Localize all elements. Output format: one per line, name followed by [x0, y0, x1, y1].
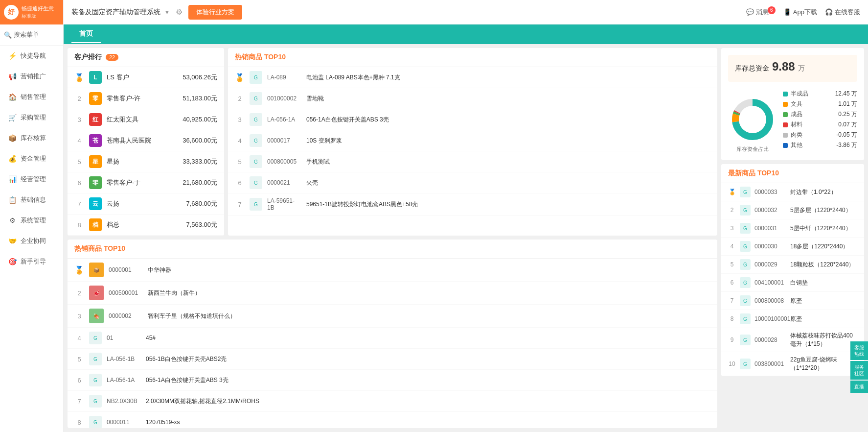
dropdown-arrow-icon[interactable]: ▼ — [164, 9, 170, 15]
sidebar-item-sales[interactable]: 🏠 销售管理 — [0, 87, 63, 107]
newest-img-1: G — [740, 187, 751, 197]
hot-left-item-1: 🏅 📦 0000001 中华神器 — [68, 259, 717, 282]
newest-img-6: G — [740, 277, 751, 288]
sidebar-item-finance[interactable]: 💰 资金管理 — [0, 148, 63, 169]
hot-right-item-3: 3 G LA-056-1A 056-1A白色按键开关盖ABS 3壳 — [228, 109, 717, 130]
legend-item-3: 材料 0.07 万 — [783, 120, 857, 129]
float-buttons: 客服热线 服务社区 直播 — [850, 341, 868, 393]
newest-item-2: 2 G 0000032 5层多层（1220*2440） — [721, 201, 864, 219]
newest-item-1: 🏅 G 0000033 封边带（1.0*22） — [721, 183, 864, 201]
main-content: 客户排行 22 🏅 L LS 客户 53,006.26元 2 零 — [64, 44, 721, 432]
rank-item-5: 5 星 星扬 33,333.00元 — [68, 151, 224, 172]
customer-ranking-header: 客户排行 22 — [68, 48, 224, 67]
sidebar-item-system[interactable]: ⚙ 系统管理 — [0, 210, 63, 231]
hot-products-right-header: 热销商品 TOP10 — [228, 48, 717, 67]
hot-left-item-5: 5 G LA-056-1B 056-1B白色按键开关壳ABS2壳 — [68, 349, 717, 370]
sidebar-item-quicknav[interactable]: ⚡ 快捷导航 — [0, 46, 63, 66]
content: 客户排行 22 🏅 L LS 客户 53,006.26元 2 零 — [64, 44, 868, 432]
topbar-right: 💬 消息 6 📱 App下载 🎧 在线客服 — [746, 8, 860, 17]
sidebar-search[interactable]: 🔍 搜索菜单 — [0, 24, 63, 46]
purchase-icon: 🛒 — [8, 113, 17, 122]
hot-products-right-title: 热销商品 TOP10 — [235, 53, 286, 62]
newest-item-10: 10 G 003800001 22g鱼豆腐-烧烤味（1*12*20） — [721, 352, 864, 376]
medal-1-icon: 🏅 — [74, 73, 84, 82]
sidebar-item-operations[interactable]: 📊 经营管理 — [0, 169, 63, 190]
avatar-4: 苍 — [89, 134, 102, 147]
search-menu-button[interactable]: 🔍 搜索菜单 — [4, 28, 59, 41]
hot-right-img-7: G — [250, 198, 262, 211]
float-btn-live[interactable]: 直播 — [850, 381, 868, 393]
app-download-button[interactable]: 📱 App下载 — [783, 8, 817, 17]
sub-nav: 首页 — [64, 24, 868, 44]
hot-right-img-6: G — [250, 176, 262, 189]
legend-dot-1 — [783, 102, 788, 107]
sidebar-item-guide[interactable]: 🎯 新手引导 — [0, 251, 63, 272]
hot-right-item-1: 🏅 G LA-089 电池盖 LA-089 ABS本色+黑种 7.1克 — [228, 67, 717, 88]
newest-item-8: 8 G 10000100001 原垄 — [721, 310, 864, 328]
legend-dot-0 — [783, 92, 788, 96]
newest-img-3: G — [740, 223, 751, 234]
donut-svg — [728, 95, 777, 144]
float-btn-service[interactable]: 客服热线 — [850, 341, 868, 360]
float-btn-community[interactable]: 服务社区 — [850, 361, 868, 380]
online-service-button[interactable]: 🎧 在线客服 — [825, 8, 860, 17]
newest-products-list: 🏅 G 0000033 封边带（1.0*22） 2 G 0000032 5层多层… — [721, 183, 864, 376]
newest-item-7: 7 G 000800008 原垄 — [721, 292, 864, 310]
topbar: 装备及固定资产辅助管理系统 ▼ ⚙ 体验行业方案 💬 消息 6 📱 App下载 … — [64, 0, 868, 24]
message-button[interactable]: 💬 消息 6 — [746, 8, 776, 17]
newest-img-8: G — [740, 313, 751, 324]
hot-left-img-2: 🥩 — [89, 286, 104, 300]
customer-ranking-list: 🏅 L LS 客户 53,006.26元 2 零 零售客户-许 51,183.0… — [68, 67, 224, 236]
rank-item-2: 2 零 零售客户-许 51,183.00元 — [68, 88, 224, 109]
trial-button[interactable]: 体验行业方案 — [188, 5, 242, 20]
inventory-header: 库存总资金 9.88 万 — [728, 55, 857, 82]
system-icon: ⚙ — [8, 216, 17, 225]
sidebar: 好 畅捷通好生意 标准版 🔍 搜索菜单 ⚡ 快捷导航 📢 营销推广 🏠 销售管理… — [0, 0, 64, 432]
hot-right-item-5: 5 G 000800005 手机测试 — [228, 151, 717, 172]
sidebar-item-marketing[interactable]: 📢 营销推广 — [0, 66, 63, 87]
subnav-item-home[interactable]: 首页 — [71, 25, 101, 43]
legend-item-2: 成品 0.25 万 — [783, 110, 857, 119]
inventory-amount: 9.88 万 — [772, 60, 805, 73]
marketing-icon: 📢 — [8, 72, 17, 81]
legend-dot-4 — [783, 133, 788, 138]
sidebar-item-enterprise[interactable]: 🤝 企业协同 — [0, 231, 63, 251]
hot-left-img-8: G — [89, 416, 102, 428]
legend-item-1: 文具 1.01 万 — [783, 100, 857, 108]
newest-products-header: 最新商品 TOP10 — [721, 164, 864, 183]
hot-products-right-panel: 热销商品 TOP10 🏅 G LA-089 电池盖 LA-089 ABS本色+黑… — [228, 48, 717, 236]
newest-img-2: G — [740, 205, 751, 216]
avatar-7: 云 — [89, 197, 102, 210]
avatar-5: 星 — [89, 155, 102, 168]
newest-products-title: 最新商品 TOP10 — [728, 169, 779, 178]
newest-medal-1: 🏅 — [728, 189, 736, 195]
basics-icon: 📋 — [8, 195, 17, 204]
newest-img-9: G — [740, 335, 751, 345]
search-icon: 🔍 — [4, 31, 12, 39]
customer-ranking-panel: 客户排行 22 🏅 L LS 客户 53,006.26元 2 零 — [68, 48, 224, 236]
legend-dot-3 — [783, 122, 788, 127]
customer-ranking-badge: 22 — [106, 54, 118, 61]
hot-left-img-6: G — [89, 374, 102, 386]
hot-right-img-3: G — [250, 113, 262, 126]
hot-products-right-list: 🏅 G LA-089 电池盖 LA-089 ABS本色+黑种 7.1克 2 G … — [228, 67, 717, 216]
hot-left-img-3: 🍖 — [89, 309, 104, 323]
inventory-title: 库存总资金 — [735, 64, 769, 73]
rank-item-6: 6 零 零售客户-于 21,680.00元 — [68, 172, 224, 193]
newest-item-3: 3 G 0000031 5层中纤（1220*2440） — [721, 219, 864, 238]
inventory-icon: 📦 — [8, 134, 17, 143]
legend: 半成品 12.45 万 文具 1.01 万 成品 0.25 万 — [783, 90, 857, 149]
mobile-icon: 📱 — [783, 8, 791, 16]
sidebar-item-inventory[interactable]: 📦 库存核算 — [0, 128, 63, 148]
sidebar-item-purchase[interactable]: 🛒 采购管理 — [0, 107, 63, 128]
settings-icon[interactable]: ⚙ — [176, 7, 183, 17]
sidebar-item-basics[interactable]: 📋 基础信息 — [0, 190, 63, 210]
hot-left-img-1: 📦 — [89, 263, 104, 277]
avatar-3: 红 — [89, 113, 102, 126]
right-panel: 库存总资金 9.88 万 — [721, 44, 868, 432]
donut-section: 库存资金占比 半成品 12.45 万 文具 1.01 万 — [728, 86, 857, 153]
avatar-6: 零 — [89, 176, 102, 189]
hot-right-item-4: 4 G 0000017 10S 变刹罗浆 — [228, 130, 717, 151]
quicknav-icon: ⚡ — [8, 51, 17, 60]
donut-chart: 库存资金占比 — [728, 95, 777, 144]
